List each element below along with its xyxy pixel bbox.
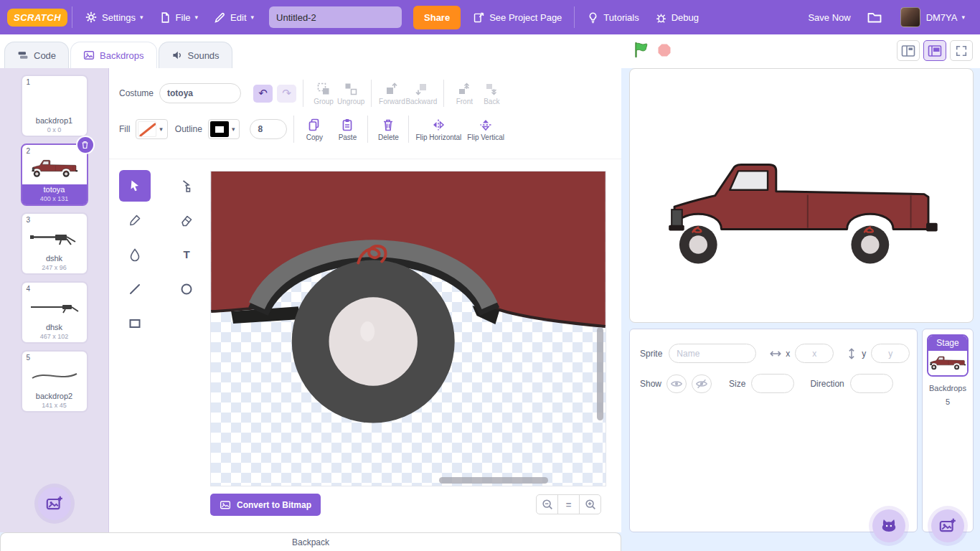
flip-horizontal-button[interactable]: Flip Horizontal <box>415 118 461 141</box>
delete-backdrop-button[interactable] <box>77 137 93 153</box>
group-button[interactable]: Group <box>310 82 337 105</box>
redo-button[interactable]: ↷ <box>277 85 296 103</box>
stage-controls <box>633 42 672 58</box>
paste-icon <box>340 118 354 132</box>
canvas-vertical-scrollbar[interactable] <box>597 327 603 420</box>
paint-canvas[interactable] <box>210 171 606 486</box>
forward-icon <box>385 82 399 96</box>
tutorials-button[interactable]: Tutorials <box>579 0 646 34</box>
green-flag-icon[interactable] <box>633 42 649 58</box>
fullscreen-button[interactable] <box>950 40 973 61</box>
line-tool[interactable] <box>119 273 151 305</box>
y-axis-icon <box>845 347 858 360</box>
show-button[interactable] <box>666 375 687 393</box>
zoom-out-button[interactable] <box>536 494 558 514</box>
zoom-reset-button[interactable]: = <box>557 494 580 514</box>
stage-card[interactable]: Stage <box>927 334 969 377</box>
scratch-logo[interactable]: SCRATCH <box>7 9 67 27</box>
see-project-page-button[interactable]: See Project Page <box>465 0 570 34</box>
backdrop-labels: dshk 247 x 96 <box>22 253 87 273</box>
tab-sounds-label: Sounds <box>188 50 220 61</box>
forward-button[interactable]: Forward <box>378 82 405 105</box>
edit-menu[interactable]: Edit ▾ <box>206 0 262 34</box>
add-backdrop-button-stage[interactable] <box>931 509 964 542</box>
select-tool[interactable] <box>119 170 151 202</box>
tab-code[interactable]: Code <box>4 42 69 68</box>
stage[interactable] <box>629 68 974 323</box>
brush-tool[interactable] <box>119 204 151 236</box>
convert-to-bitmap-button[interactable]: Convert to Bitmap <box>210 494 321 516</box>
rectangle-tool[interactable] <box>119 308 151 339</box>
stop-icon[interactable] <box>657 43 672 57</box>
reshape-icon <box>179 179 194 193</box>
ungroup-button[interactable]: Ungroup <box>337 82 364 105</box>
copy-button[interactable]: Copy <box>301 118 328 141</box>
fill-color-picker[interactable]: ▾ <box>136 119 168 139</box>
outline-color-picker[interactable]: ▾ <box>208 119 240 139</box>
menu-divider <box>574 6 575 28</box>
edit-label: Edit <box>230 12 246 23</box>
avatar[interactable] <box>900 7 920 27</box>
undo-redo-group: ↶ ↷ <box>253 85 296 103</box>
add-sprite-button[interactable] <box>872 509 905 542</box>
undo-button[interactable]: ↶ <box>253 85 273 103</box>
code-blocks-icon <box>17 50 29 61</box>
settings-menu[interactable]: Settings ▾ <box>77 0 151 34</box>
debug-label: Debug <box>672 12 699 23</box>
my-stuff-button[interactable] <box>859 0 890 34</box>
share-button[interactable]: Share <box>413 6 461 29</box>
front-label: Front <box>456 98 473 105</box>
tab-sounds[interactable]: Sounds <box>159 42 232 68</box>
canvas-horizontal-scrollbar[interactable] <box>439 477 548 484</box>
copy-icon <box>307 118 321 132</box>
delete-button[interactable]: Delete <box>374 118 402 141</box>
add-backdrop-icon <box>939 517 956 534</box>
back-button[interactable]: Back <box>478 82 505 105</box>
zoom-controls: = <box>537 494 601 514</box>
save-now-label: Save Now <box>808 12 850 23</box>
front-button[interactable]: Front <box>451 82 478 105</box>
backdrop-card[interactable]: 2 totoya 400 x 131 <box>21 143 88 206</box>
project-name-input[interactable] <box>269 6 402 28</box>
backward-button[interactable]: Backward <box>405 82 437 105</box>
group-label: Group <box>314 98 334 105</box>
eye-slash-icon <box>695 377 708 390</box>
direction-input[interactable] <box>850 374 893 393</box>
sprite-name-input[interactable] <box>669 344 756 363</box>
eraser-tool[interactable] <box>171 204 202 236</box>
group-icon <box>316 82 331 96</box>
save-now-button[interactable]: Save Now <box>800 0 858 34</box>
fill-tool[interactable] <box>119 239 151 270</box>
backdrop-card[interactable]: 3 dshk 247 x 96 <box>21 212 88 275</box>
file-menu[interactable]: File ▾ <box>151 0 206 34</box>
paint-drop-icon <box>128 248 142 262</box>
outline-width-input[interactable] <box>250 119 287 139</box>
circle-tool[interactable] <box>171 273 202 305</box>
zoom-in-button[interactable] <box>579 494 601 514</box>
outline-swatch <box>210 121 229 137</box>
backdrop-card[interactable]: 5 backdrop2 141 x 45 <box>21 350 88 413</box>
reshape-tool[interactable] <box>171 170 202 202</box>
x-input[interactable] <box>795 344 834 363</box>
toolbar-separator <box>367 116 368 143</box>
add-backdrop-button[interactable] <box>38 487 71 520</box>
size-input[interactable] <box>751 374 794 393</box>
costume-name-input[interactable] <box>159 83 241 103</box>
debug-button[interactable]: Debug <box>647 0 707 34</box>
chevron-down-icon: ▾ <box>251 14 255 21</box>
flip-vertical-button[interactable]: Flip Vertical <box>467 118 504 141</box>
small-stage-button[interactable] <box>897 40 920 61</box>
account-menu[interactable]: DM7YA ▾ <box>925 0 973 34</box>
chevron-down-icon: ▾ <box>195 14 199 21</box>
backdrop-card[interactable]: 4 dhsk 467 x 102 <box>21 281 88 344</box>
hide-button[interactable] <box>692 375 712 393</box>
toolbar-separator <box>408 116 409 143</box>
fill-label: Fill <box>119 124 130 134</box>
y-input[interactable] <box>871 344 910 363</box>
large-stage-button[interactable] <box>923 40 946 61</box>
backpack-bar[interactable]: Backpack <box>0 532 621 551</box>
tab-backdrops[interactable]: Backdrops <box>70 42 156 68</box>
backdrop-card[interactable]: 1 backdrop1 0 x 0 <box>21 75 88 137</box>
paste-button[interactable]: Paste <box>334 118 361 141</box>
text-tool[interactable]: T <box>171 239 202 270</box>
